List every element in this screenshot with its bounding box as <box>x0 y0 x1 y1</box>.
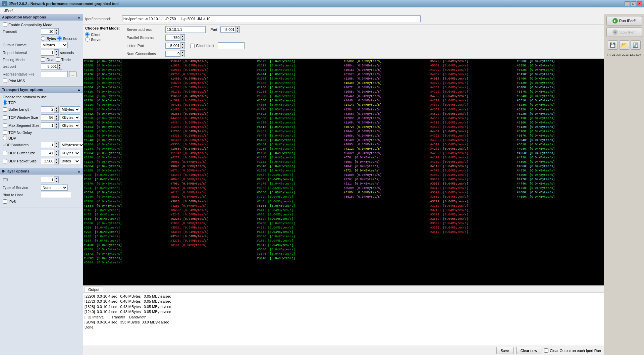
compat-checkbox-label[interactable]: Enable Compatibility Mode <box>3 22 52 27</box>
tcp-window-spin-btns[interactable]: ▲ ▼ <box>54 114 59 121</box>
udp-packet-spin-btns[interactable]: ▲ ▼ <box>54 158 59 164</box>
tcp-nodelay-checkbox[interactable] <box>3 130 7 135</box>
bind-host-input[interactable] <box>41 192 71 198</box>
udp-packet-unit[interactable]: BytesKBytes <box>60 158 80 164</box>
save-icon-button[interactable]: 💾 <box>608 40 618 50</box>
dual-checkbox-label[interactable]: Dual <box>41 57 54 62</box>
close-button[interactable]: ✕ <box>637 1 642 6</box>
buffer-length-checkbox[interactable] <box>3 107 7 112</box>
app-layer-header[interactable]: Application layer options ▲ <box>0 14 83 20</box>
max-segment-unit[interactable]: KBytesMBytesBytes <box>60 122 80 129</box>
iperf-command-input[interactable] <box>122 15 421 22</box>
maximize-button[interactable]: □ <box>631 1 636 6</box>
udp-buffer-up[interactable]: ▲ <box>54 150 58 153</box>
client-limit-input[interactable] <box>218 42 245 49</box>
udp-buffer-spin-btns[interactable]: ▲ ▼ <box>54 150 59 156</box>
test-port-spin-btns[interactable]: ▲ ▼ <box>58 63 62 70</box>
tcp-radio[interactable] <box>3 100 7 105</box>
udp-buffer-spinbox[interactable]: ▲ ▼ <box>41 150 59 156</box>
tcp-window-checkbox[interactable] <box>3 115 7 120</box>
report-interval-up[interactable]: ▲ <box>54 50 58 53</box>
buffer-length-input[interactable] <box>41 106 54 112</box>
client-mode-label[interactable]: Client <box>85 32 120 37</box>
tos-select[interactable]: NoneCS0CS1CS2 <box>41 185 68 191</box>
transmit-down[interactable]: ▼ <box>54 32 58 35</box>
buffer-length-checkbox-label[interactable]: Buffer Length <box>3 107 40 112</box>
max-segment-down[interactable]: ▼ <box>54 125 58 129</box>
transmit-spinbox[interactable]: ▲ ▼ <box>41 28 59 35</box>
transmit-up[interactable]: ▲ <box>54 29 58 32</box>
ttl-up[interactable]: ▲ <box>54 177 58 180</box>
client-radio[interactable] <box>85 32 90 37</box>
save-button[interactable]: Save <box>496 347 514 354</box>
ip-layer-collapse-icon[interactable]: ▲ <box>77 169 81 173</box>
ip-layer-header[interactable]: IP layer options ▲ <box>0 168 83 174</box>
buffer-length-unit[interactable]: MBytesKBytesBytes <box>60 106 80 112</box>
max-segment-input[interactable] <box>41 122 54 129</box>
window-controls[interactable]: _ □ ✕ <box>625 1 642 6</box>
udp-bandwidth-down[interactable]: ▼ <box>54 145 58 148</box>
server-address-input[interactable] <box>165 26 206 33</box>
server-mode-label[interactable]: Server <box>85 37 120 42</box>
udp-packet-checkbox[interactable] <box>3 159 7 163</box>
rep-file-input[interactable] <box>41 71 68 77</box>
udp-bandwidth-unit[interactable]: MBytes/secKBytes/sec <box>60 142 83 148</box>
udp-bandwidth-input[interactable] <box>41 142 54 148</box>
open-icon-button[interactable]: 📂 <box>619 40 629 50</box>
rep-file-browse[interactable]: ... <box>69 71 76 77</box>
tcp-window-checkbox-label[interactable]: TCP Window Size <box>3 115 40 120</box>
tcp-nodelay-label[interactable]: TCP No Delay <box>3 130 32 135</box>
ipv6-checkbox[interactable] <box>3 199 7 204</box>
tcp-window-down[interactable]: ▼ <box>54 117 58 120</box>
max-segment-spinbox[interactable]: ▲ ▼ <box>41 122 59 129</box>
stop-iperf-button[interactable]: ■ Stop IPerf <box>606 28 642 37</box>
port-down[interactable]: ▼ <box>235 30 239 33</box>
parallel-spinbox[interactable]: ▲ ▼ <box>165 34 185 41</box>
udp-buffer-input[interactable] <box>41 150 54 156</box>
ttl-spin-btns[interactable]: ▲ ▼ <box>54 176 59 183</box>
listen-port-spinbox[interactable]: ▲ ▼ <box>165 42 185 49</box>
buffer-length-down[interactable]: ▼ <box>54 109 58 112</box>
listen-port-up[interactable]: ▲ <box>180 43 184 46</box>
dual-checkbox[interactable] <box>41 57 45 62</box>
seconds-radio-label[interactable]: Seconds <box>57 36 77 41</box>
tcp-window-spinbox[interactable]: ▲ ▼ <box>41 114 59 121</box>
server-radio[interactable] <box>85 37 90 42</box>
clear-on-run-checkbox[interactable] <box>544 348 548 353</box>
udp-packet-down[interactable]: ▼ <box>54 161 58 164</box>
port-spin-btns[interactable]: ▲ ▼ <box>235 26 240 33</box>
print-mss-checkbox[interactable] <box>3 79 7 83</box>
print-mss-label[interactable]: Print MSS <box>3 79 25 83</box>
udp-radio[interactable] <box>3 136 7 140</box>
listen-port-down[interactable]: ▼ <box>180 46 184 49</box>
seconds-radio[interactable] <box>57 36 62 41</box>
num-conn-spin-btns[interactable]: ▲ ▼ <box>180 50 185 57</box>
port-up[interactable]: ▲ <box>235 27 239 30</box>
client-limit-checkbox[interactable] <box>190 44 195 48</box>
report-interval-input[interactable] <box>41 50 54 56</box>
output-tab[interactable]: Output <box>85 287 103 292</box>
bytes-radio-label[interactable]: Bytes <box>41 36 56 41</box>
ttl-down[interactable]: ▼ <box>54 180 58 183</box>
ttl-spinbox[interactable]: ▲ ▼ <box>41 176 59 183</box>
tcp-window-input[interactable] <box>41 114 54 120</box>
udp-packet-spinbox[interactable]: ▲ ▼ <box>41 158 59 164</box>
udp-buffer-down[interactable]: ▼ <box>54 153 58 156</box>
ttl-input[interactable] <box>41 177 54 183</box>
max-segment-up[interactable]: ▲ <box>54 122 58 125</box>
port-spinbox[interactable]: ▲ ▼ <box>220 26 240 33</box>
transmit-input[interactable] <box>41 29 54 35</box>
test-port-spinbox[interactable]: ▲ ▼ <box>41 63 62 70</box>
num-conn-up[interactable]: ▲ <box>180 51 184 54</box>
ipv6-checkbox-label[interactable]: IPv6 <box>3 199 16 204</box>
trade-checkbox[interactable] <box>56 57 60 62</box>
tcp-window-up[interactable]: ▲ <box>54 114 58 117</box>
udp-bandwidth-spinbox[interactable]: ▲ ▼ <box>41 142 59 148</box>
tcp-window-unit[interactable]: KBytesMBytesBytes <box>60 114 80 120</box>
test-port-up[interactable]: ▲ <box>58 63 62 66</box>
udp-packet-checkbox-label[interactable]: UDP Packet Size <box>3 159 40 163</box>
clear-now-button[interactable]: Clear now <box>516 347 542 354</box>
udp-buffer-unit[interactable]: KBytesBytes <box>60 150 80 156</box>
udp-buffer-checkbox-label[interactable]: UDP Buffer Size <box>3 151 40 155</box>
num-conn-down[interactable]: ▼ <box>180 54 184 57</box>
